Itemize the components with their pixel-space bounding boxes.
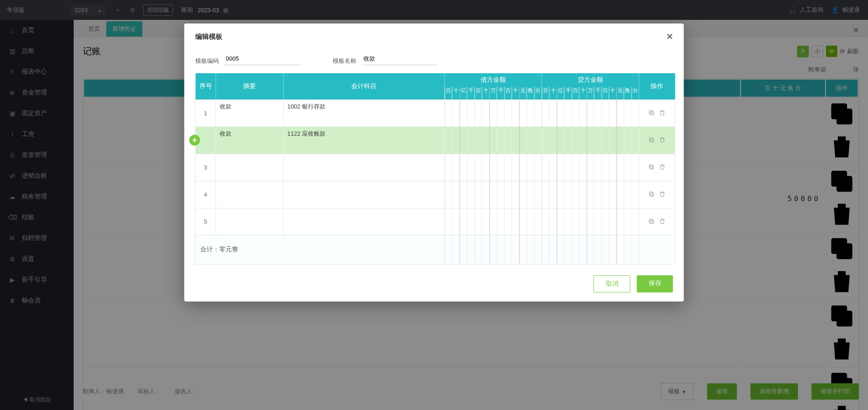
row-seq: 3 (195, 154, 216, 181)
row-debit[interactable] (444, 99, 542, 127)
row-credit[interactable] (542, 208, 639, 235)
row-account[interactable]: 1002 银行存款 (283, 99, 444, 127)
row-credit[interactable] (542, 99, 639, 127)
copy-icon[interactable] (647, 108, 656, 117)
template-rows-table: 序号 摘要 会计科目 借方金额 贷方金额 操作 百十亿千百十万千百十元角分 百十… (195, 73, 675, 264)
delete-icon[interactable] (658, 136, 666, 144)
row-credit[interactable] (542, 181, 639, 208)
row-summary[interactable] (216, 181, 283, 208)
template-name-label: 模板名称 (333, 57, 356, 65)
template-code-input[interactable] (224, 52, 301, 65)
debit-units: 百十亿千百十万千百十元角分 (444, 87, 542, 99)
copy-icon[interactable] (647, 136, 656, 144)
template-name-input[interactable] (362, 52, 439, 65)
row-summary[interactable]: 收款 (216, 99, 283, 127)
row-seq: 5 (195, 208, 216, 235)
svg-rect-15 (649, 110, 653, 114)
svg-rect-17 (649, 137, 653, 141)
template-code-label: 模板编码 (195, 57, 219, 65)
row-account[interactable] (283, 181, 444, 208)
row-ops (639, 154, 675, 181)
table-row[interactable]: +收款1122 应收账款 (195, 127, 675, 154)
row-summary[interactable] (216, 154, 283, 181)
row-account[interactable] (283, 208, 444, 235)
svg-rect-20 (651, 193, 654, 197)
col-credit: 贷方金额 (542, 73, 639, 87)
svg-rect-19 (649, 165, 653, 168)
svg-rect-14 (651, 112, 654, 115)
col-account: 会计科目 (283, 73, 444, 99)
row-debit[interactable] (444, 208, 542, 235)
table-row[interactable]: 4 (195, 181, 675, 208)
svg-rect-23 (649, 219, 653, 222)
table-row[interactable]: 3 (195, 154, 675, 181)
svg-rect-22 (651, 220, 654, 224)
row-summary[interactable] (216, 208, 283, 235)
save-button[interactable]: 保存 (637, 275, 673, 292)
row-debit[interactable] (444, 154, 542, 181)
delete-icon[interactable] (658, 190, 666, 198)
row-ops (639, 99, 675, 127)
col-seq: 序号 (195, 73, 216, 99)
row-credit[interactable] (542, 127, 639, 154)
modal-title: 编辑模板 (195, 33, 222, 41)
svg-rect-18 (651, 166, 654, 170)
edit-template-modal: 编辑模板 ✕ 模板编码 模板名称 序号 摘要 会计科目 (184, 24, 684, 302)
delete-icon[interactable] (658, 108, 666, 117)
credit-units: 百十亿千百十万千百十元角分 (542, 87, 639, 99)
row-ops (639, 127, 675, 154)
row-summary[interactable]: 收款 (216, 127, 283, 154)
col-ops: 操作 (639, 73, 675, 99)
row-ops (639, 208, 675, 235)
row-account[interactable]: 1122 应收账款 (283, 127, 444, 154)
copy-icon[interactable] (647, 217, 656, 225)
close-icon[interactable]: ✕ (666, 32, 673, 42)
delete-icon[interactable] (658, 163, 666, 171)
add-row-icon[interactable]: + (189, 135, 200, 146)
row-seq: + (195, 127, 216, 154)
copy-icon[interactable] (647, 190, 656, 198)
col-summary: 摘要 (216, 73, 283, 99)
row-debit[interactable] (444, 181, 542, 208)
svg-rect-21 (649, 192, 653, 195)
col-debit: 借方金额 (444, 73, 542, 87)
table-row[interactable]: 5 (195, 208, 675, 235)
cancel-button[interactable]: 取消 (594, 275, 631, 292)
row-ops (639, 181, 675, 208)
svg-rect-16 (651, 139, 654, 142)
total-label: 合计：零元整 (195, 235, 444, 264)
row-seq: 1 (195, 99, 216, 127)
copy-icon[interactable] (647, 163, 656, 171)
row-credit[interactable] (542, 154, 639, 181)
row-account[interactable] (283, 154, 444, 181)
row-seq: 4 (195, 181, 216, 208)
row-debit[interactable] (444, 127, 542, 154)
table-row[interactable]: 1收款1002 银行存款 (195, 99, 675, 127)
delete-icon[interactable] (658, 217, 666, 225)
